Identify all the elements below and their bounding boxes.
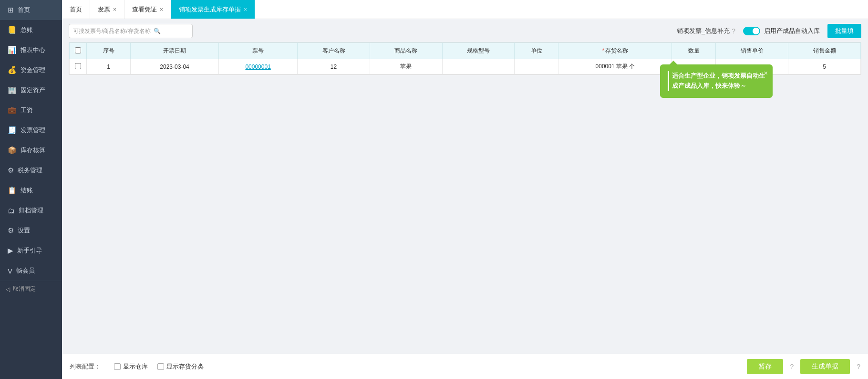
sidebar-item-label: 资金管理 [21, 66, 45, 74]
th-product: 商品名称 [370, 43, 442, 59]
sidebar-item-invoice[interactable]: 🧾 发票管理 [0, 120, 62, 140]
sidebar-item-label: 固定资产 [21, 86, 45, 95]
home-icon: ⊞ [8, 6, 14, 14]
tooltip-popup: × 适合生产型企业，销项发票自动生 成产成品入库，快来体验～ [660, 64, 773, 98]
table-header-row: 序号 开票日期 票号 客户名称 商品名称 规格型号 单位 *存货名称 数量 销售… [70, 43, 861, 59]
sidebar-item-label: 结账 [21, 186, 33, 195]
settlement-icon: 📋 [8, 186, 17, 195]
sidebar-item-label: 税务管理 [18, 166, 42, 175]
unfix-label: 取消固定 [13, 285, 36, 293]
th-spec: 规格型号 [442, 43, 515, 59]
sidebar-item-label: 设置 [18, 226, 30, 235]
generate-help-icon[interactable]: ? [857, 363, 860, 370]
sidebar-item-ledger[interactable]: 📒 总账 [0, 20, 62, 40]
toolbar-row: 可搜发票号/商品名称/存货名称 🔍 销项发票_信息补充 ? 启用产成品自动入库 … [69, 24, 861, 38]
tab-credit-invoice[interactable]: 销项发票生成库存单据 × [171, 0, 255, 19]
sidebar-item-label: 库存核算 [21, 146, 45, 155]
list-config-label: 列表配置： [70, 362, 101, 371]
th-customer: 客户名称 [298, 43, 370, 59]
th-unit: 单位 [515, 43, 558, 59]
sidebar-item-home[interactable]: ⊞ 首页 [0, 0, 62, 20]
tab-bar: 首页 发票 × 查看凭证 × 销项发票生成库存单据 × [62, 0, 868, 19]
ledger-icon: 📒 [8, 26, 17, 34]
sidebar-item-reports[interactable]: 📊 报表中心 [0, 40, 62, 60]
tooltip-text: 适合生产型企业，销项发票自动生 成产成品入库，快来体验～ [668, 71, 765, 91]
info-label-text: 销项发票_信息补充 [677, 27, 730, 35]
toggle-knob [753, 28, 759, 34]
assets-icon: 🏢 [8, 86, 17, 95]
warehouse-checkbox-box [114, 363, 121, 370]
auto-warehouse-toggle[interactable] [743, 27, 760, 35]
sidebar-item-label: 畅会员 [16, 266, 35, 275]
sidebar-item-label: 工资 [21, 106, 33, 115]
sidebar-item-inventory[interactable]: 📦 库存核算 [0, 140, 62, 160]
sidebar-item-member[interactable]: V 畅会员 [0, 261, 62, 281]
generate-button[interactable]: 生成单据 [800, 359, 850, 374]
member-icon: V [8, 267, 12, 275]
tab-credit-invoice-close[interactable]: × [244, 6, 247, 13]
th-quantity: 数量 [672, 43, 716, 59]
tooltip-close-button[interactable]: × [764, 67, 768, 79]
sidebar-item-funds[interactable]: 💰 资金管理 [0, 60, 62, 80]
tooltip-line1: 适合生产型企业，销项发票自动生 [672, 72, 765, 79]
toggle-wrap: 启用产成品自动入库 [743, 27, 820, 35]
sidebar-item-settings[interactable]: ⚙ 设置 [0, 221, 62, 241]
main-area: 首页 发票 × 查看凭证 × 销项发票生成库存单据 × 可搜发票号/商品名称/存… [62, 0, 868, 379]
show-category-label: 显示存货分类 [166, 362, 204, 371]
sidebar: ⊞ 首页 📒 总账 📊 报表中心 💰 资金管理 🏢 固定资产 💼 工资 🧾 发票… [0, 0, 62, 379]
tab-voucher-close[interactable]: × [160, 6, 163, 13]
salary-icon: 💼 [8, 106, 17, 115]
th-date: 开票日期 [131, 43, 219, 59]
th-ticket-no: 票号 [219, 43, 298, 59]
funds-icon: 💰 [8, 66, 17, 74]
th-checkbox [70, 43, 87, 59]
search-placeholder: 可搜发票号/商品名称/存货名称 [73, 27, 151, 35]
invoice-icon: 🧾 [8, 126, 17, 135]
search-box[interactable]: 可搜发票号/商品名称/存货名称 🔍 [69, 24, 193, 38]
category-checkbox-box [157, 363, 164, 370]
guide-icon: ▶ [8, 246, 13, 255]
td-spec [442, 59, 515, 74]
info-help-icon[interactable]: ? [732, 27, 735, 35]
tax-icon: ⚙ [8, 166, 14, 175]
td-seq: 1 [87, 59, 131, 74]
save-button[interactable]: 暂存 [747, 359, 783, 374]
save-help-icon[interactable]: ? [790, 363, 794, 370]
sidebar-item-label: 报表中心 [21, 46, 45, 54]
tab-home[interactable]: 首页 [62, 0, 90, 19]
sidebar-unfix[interactable]: ◁ 取消固定 [0, 281, 62, 297]
tab-voucher-label: 查看凭证 [132, 5, 157, 14]
show-category-checkbox[interactable]: 显示存货分类 [157, 362, 204, 371]
archive-icon: 🗂 [8, 207, 15, 215]
batch-fill-button[interactable]: 批量填 [827, 24, 861, 38]
tab-home-label: 首页 [70, 5, 82, 14]
sidebar-item-settlement[interactable]: 📋 结账 [0, 180, 62, 200]
info-label: 销项发票_信息补充 ? [677, 27, 735, 35]
th-seq: 序号 [87, 43, 131, 59]
bottom-actions: 暂存 ? 生成单据 ? [747, 359, 860, 374]
sidebar-item-salary[interactable]: 💼 工资 [0, 100, 62, 120]
sidebar-item-guide[interactable]: ▶ 新手引导 [0, 241, 62, 261]
sidebar-item-assets[interactable]: 🏢 固定资产 [0, 80, 62, 100]
inventory-icon: 📦 [8, 146, 17, 155]
sidebar-item-tax[interactable]: ⚙ 税务管理 [0, 160, 62, 180]
show-warehouse-label: 显示仓库 [123, 362, 148, 371]
sidebar-item-label: 总账 [21, 26, 33, 34]
td-ticket-no[interactable]: 00000001 [219, 59, 298, 74]
tab-invoice-close[interactable]: × [113, 6, 116, 13]
row-checkbox[interactable] [75, 63, 81, 69]
show-warehouse-checkbox[interactable]: 显示仓库 [114, 362, 148, 371]
td-date: 2023-03-04 [131, 59, 219, 74]
toggle-label: 启用产成品自动入库 [764, 27, 820, 35]
search-icon[interactable]: 🔍 [154, 28, 161, 34]
tab-voucher[interactable]: 查看凭证 × [124, 0, 171, 19]
sidebar-item-label: 首页 [18, 6, 30, 14]
ticket-link[interactable]: 00000001 [245, 63, 270, 70]
td-inventory: 000001 苹果 个 [558, 59, 672, 74]
td-checkbox [70, 59, 87, 74]
sidebar-item-archive[interactable]: 🗂 归档管理 [0, 200, 62, 221]
tooltip-line2: 成产成品入库，快来体验～ [672, 82, 746, 89]
select-all-checkbox[interactable] [75, 47, 81, 53]
td-amount: 5 [788, 59, 861, 74]
tab-invoice[interactable]: 发票 × [90, 0, 124, 19]
